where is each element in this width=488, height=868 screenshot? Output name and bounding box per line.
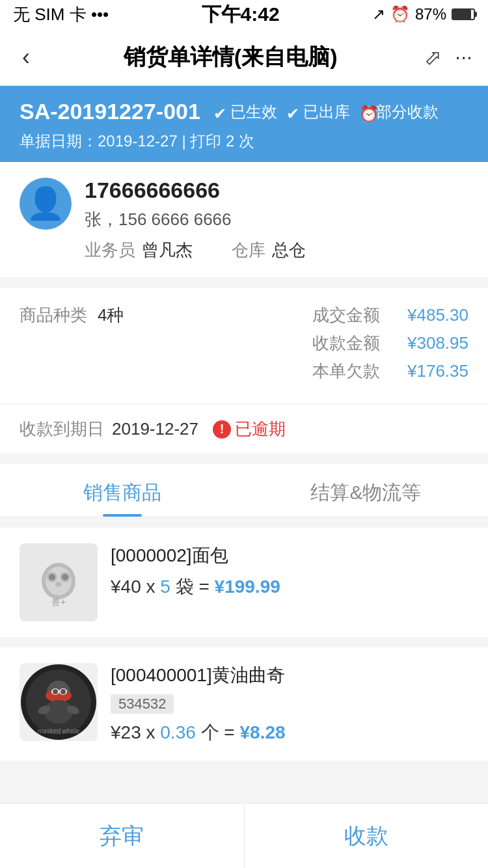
received-amount-value: ¥308.95	[390, 333, 468, 353]
partial-clock-icon: ⏰	[359, 105, 373, 119]
doc-date: 单据日期：2019-12-27 | 打印 2 次	[20, 131, 468, 152]
summary-left: 商品种类 4种	[20, 304, 124, 327]
product-thumb-1: 兽+	[20, 543, 98, 621]
trans-amount-label: 成交金额	[312, 304, 380, 327]
svg-text:兽+: 兽+	[51, 597, 66, 607]
nav-right-icons: ⬀ ···	[424, 45, 472, 70]
due-date-value: 2019-12-27	[112, 419, 198, 439]
unit-2: 个	[201, 722, 219, 742]
status-tags: ✔ 已生效 ✔ 已出库 ⏰ 部分收款	[213, 102, 439, 122]
table-row: 兽+ [0000002]面包 ¥40 x 5 袋 = ¥199.99	[0, 528, 488, 637]
divider-1	[0, 278, 488, 288]
svg-point-15	[53, 689, 58, 694]
svg-point-7	[55, 582, 62, 587]
product-name-2: [000400001]黄油曲奇	[111, 663, 468, 688]
qty-2: 0.36	[160, 722, 196, 742]
status-tag-partial: ⏰ 部分收款	[359, 102, 439, 122]
warehouse-label: 仓库	[232, 239, 265, 262]
page-title: 销货单详情(来自电脑)	[36, 42, 424, 72]
product-info-1: [0000002]面包 ¥40 x 5 袋 = ¥199.99	[111, 543, 468, 599]
tabs-section: 销售商品 结算&物流等	[0, 464, 488, 517]
table-row: masked whale [000400001]黄油曲奇 534532 ¥23 …	[0, 647, 488, 761]
more-icon[interactable]: ···	[455, 45, 472, 69]
received-amount-label: 收款金额	[312, 332, 380, 355]
share-icon[interactable]: ⬀	[424, 45, 442, 70]
customer-meta: 业务员 曾凡杰 仓库 总仓	[85, 239, 468, 262]
header-banner: SA-20191227-001 ✔ 已生效 ✔ 已出库 ⏰ 部分收款 单据日期：…	[0, 86, 488, 162]
received-amount-item: 收款金额 ¥308.95	[312, 332, 468, 355]
cancel-button[interactable]: 弃审	[0, 804, 245, 868]
status-bar-time: 下午4:42	[202, 1, 280, 28]
customer-name: 17666666666	[85, 178, 468, 203]
status-tag-shipped: ✔ 已出库	[286, 102, 350, 122]
sales-rep-value: 曾凡杰	[142, 239, 193, 262]
products-list: 兽+ [0000002]面包 ¥40 x 5 袋 = ¥199.99	[0, 517, 488, 849]
effective-check-icon: ✔	[213, 105, 228, 119]
due-date-label: 收款到期日	[20, 418, 104, 441]
product-image-1: 兽+	[20, 543, 98, 621]
trans-amount-value: ¥485.30	[390, 305, 468, 325]
svg-point-5	[49, 574, 55, 580]
svg-point-16	[61, 689, 66, 694]
alarm-icon: ⏰	[390, 5, 410, 23]
customer-section: 👤 17666666666 张，156 6666 6666 业务员 曾凡杰 仓库…	[0, 162, 488, 278]
qty-1: 5	[160, 576, 170, 597]
summary-section: 商品种类 4种 成交金额 ¥485.30 收款金额 ¥308.95 本单欠款 ¥…	[0, 288, 488, 403]
battery-text: 87%	[415, 5, 446, 23]
nav-bar: ‹ 销货单详情(来自电脑) ⬀ ···	[0, 29, 488, 86]
order-id: SA-20191227-001	[20, 99, 200, 124]
bottom-bar: 弃审 收款	[0, 803, 488, 868]
summary-row: 商品种类 4种 成交金额 ¥485.30 收款金额 ¥308.95 本单欠款 ¥…	[20, 304, 468, 388]
trans-amount-item: 成交金额 ¥485.30	[312, 304, 468, 327]
product-type-value: 4种	[98, 304, 124, 327]
overdue-badge: ! 已逾期	[213, 418, 286, 441]
product-type-item: 商品种类 4种	[20, 304, 124, 327]
svg-text:masked whale: masked whale	[38, 727, 79, 735]
unit-1: 袋	[176, 576, 194, 597]
person-icon: 👤	[26, 185, 65, 222]
avatar: 👤	[20, 178, 72, 230]
sales-rep-label: 业务员	[85, 239, 135, 262]
svg-point-6	[62, 574, 68, 580]
price-unit-1: ¥40	[111, 576, 141, 597]
summary-right: 成交金额 ¥485.30 收款金额 ¥308.95 本单欠款 ¥176.35	[312, 304, 468, 388]
owed-amount-item: 本单欠款 ¥176.35	[312, 360, 468, 383]
product-type-label: 商品种类	[20, 304, 87, 327]
confirm-button[interactable]: 收款	[245, 804, 489, 868]
product-thumb-2: masked whale	[20, 663, 98, 741]
product-price-2: ¥23 x 0.36 个 = ¥8.28	[111, 720, 468, 745]
tabs-row: 销售商品 结算&物流等	[0, 464, 488, 517]
customer-phone: 张，156 6666 6666	[85, 208, 468, 231]
location-icon: ↗	[372, 5, 385, 23]
due-section: 收款到期日 2019-12-27 ! 已逾期	[0, 404, 488, 454]
overdue-icon: !	[213, 420, 231, 439]
warehouse-item: 仓库 总仓	[232, 239, 306, 262]
owed-amount-value: ¥176.35	[390, 361, 468, 381]
tab-products[interactable]: 销售商品	[0, 464, 244, 517]
shipped-check-icon: ✔	[286, 105, 301, 119]
status-tag-effective: ✔ 已生效	[213, 102, 277, 122]
warehouse-value: 总仓	[272, 239, 306, 262]
status-bar-right: ↗ ⏰ 87%	[372, 5, 475, 23]
product-badge-2: 534532	[111, 694, 174, 714]
overdue-text: 已逾期	[235, 418, 286, 441]
total-1: ¥199.99	[215, 576, 280, 597]
sales-rep-item: 业务员 曾凡杰	[85, 239, 193, 262]
status-bar-left: 无 SIM 卡 •••	[13, 3, 109, 26]
customer-info: 17666666666 张，156 6666 6666 业务员 曾凡杰 仓库 总…	[85, 178, 468, 262]
total-2: ¥8.28	[239, 722, 285, 742]
product-image-2: masked whale	[20, 663, 98, 741]
back-button[interactable]: ‹	[16, 37, 36, 77]
battery-icon	[452, 8, 475, 20]
owed-amount-label: 本单欠款	[312, 360, 380, 383]
product-price-1: ¥40 x 5 袋 = ¥199.99	[111, 575, 468, 599]
product-name-1: [0000002]面包	[111, 543, 468, 568]
product-info-2: [000400001]黄油曲奇 534532 ¥23 x 0.36 个 = ¥8…	[111, 663, 468, 745]
status-bar: 无 SIM 卡 ••• 下午4:42 ↗ ⏰ 87%	[0, 0, 488, 29]
price-unit-2: ¥23	[111, 722, 141, 742]
tab-settlement[interactable]: 结算&物流等	[244, 464, 488, 517]
